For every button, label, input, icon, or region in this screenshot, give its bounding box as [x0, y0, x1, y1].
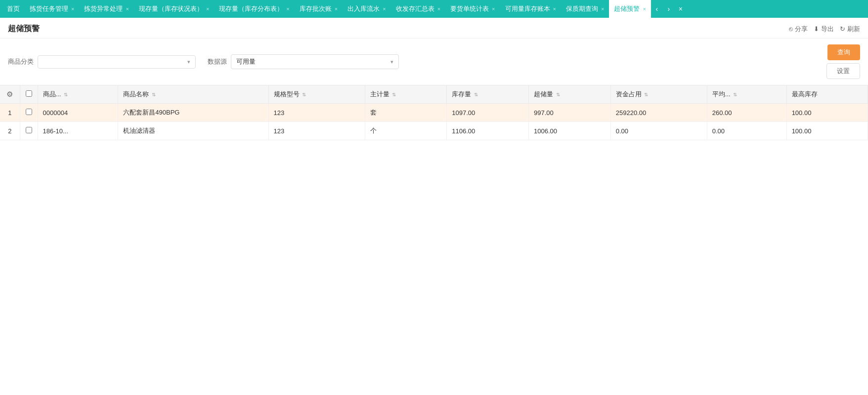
- row-stock: 1097.00: [447, 104, 529, 122]
- close-icon[interactable]: ×: [492, 6, 495, 12]
- nav-item-demand[interactable]: 要货单统计表 ×: [445, 0, 500, 18]
- refresh-icon: ↻: [840, 25, 845, 33]
- close-icon[interactable]: ×: [286, 6, 289, 12]
- th-avg-label: 平均...: [712, 90, 731, 98]
- datasource-select-value: 可用量: [236, 57, 256, 66]
- table-body: 1 0000004 六配套新昌490BPG 123 套 1097.00 997.…: [0, 104, 868, 140]
- th-over[interactable]: 超储量 ⇅: [529, 85, 611, 104]
- page-title: 超储预警: [8, 24, 40, 34]
- nav-item-overstock[interactable]: 超储预警 ×: [609, 0, 651, 18]
- sort-icon: ⇅: [644, 92, 648, 97]
- nav-item-home[interactable]: 首页: [2, 0, 25, 18]
- share-button[interactable]: ⎋ 分享: [789, 25, 808, 34]
- th-name[interactable]: 商品名称 ⇅: [118, 85, 268, 104]
- set-button[interactable]: 设置: [826, 63, 860, 79]
- th-stock-label: 库存量: [452, 90, 471, 98]
- th-unit[interactable]: 主计量 ⇅: [365, 85, 447, 104]
- datasource-select[interactable]: 可用量 ▾: [231, 54, 399, 69]
- row-checkbox-cell: [20, 122, 38, 140]
- nav-item-inventory-dist[interactable]: 现存量（库存分布表） ×: [214, 0, 294, 18]
- row-name: 六配套新昌490BPG: [118, 104, 268, 122]
- row-spec: 123: [268, 104, 365, 122]
- commodity-select[interactable]: ▾: [38, 55, 196, 69]
- row-over: 1006.00: [529, 122, 611, 140]
- datasource-label: 数据源: [208, 57, 227, 66]
- nav-item-available[interactable]: 可用量库存账本 ×: [500, 0, 561, 18]
- th-avg[interactable]: 平均... ⇅: [707, 85, 786, 104]
- close-icon[interactable]: ×: [601, 6, 604, 12]
- th-code[interactable]: 商品... ⇅: [38, 85, 118, 104]
- row-num: 2: [0, 122, 20, 140]
- th-capital-label: 资金占用: [616, 90, 642, 98]
- close-icon[interactable]: ×: [206, 6, 209, 12]
- chevron-down-icon: ▾: [391, 59, 393, 65]
- th-spec[interactable]: 规格型号 ⇅: [268, 85, 365, 104]
- row-code: 0000004: [38, 104, 118, 122]
- table-row: 1 0000004 六配套新昌490BPG 123 套 1097.00 997.…: [0, 104, 868, 122]
- sort-icon: ⇅: [302, 92, 306, 97]
- row-checkbox-cell: [20, 104, 38, 122]
- row-code: 186-10...: [38, 122, 118, 140]
- sort-icon: ⇅: [392, 92, 396, 97]
- filter-area: 商品分类 ▾ 数据源 可用量 ▾ 查询 设置: [0, 39, 868, 85]
- close-icon[interactable]: ×: [553, 6, 556, 12]
- row-checkbox[interactable]: [26, 127, 32, 133]
- th-maxstock[interactable]: 最高库存: [786, 85, 868, 104]
- nav-item-task[interactable]: 拣货任务管理 ×: [25, 0, 79, 18]
- row-avg: 0.00: [707, 122, 786, 140]
- th-over-label: 超储量: [534, 90, 553, 98]
- sort-icon: ⇅: [474, 92, 478, 97]
- sort-icon: ⇅: [152, 92, 156, 97]
- row-unit: 套: [365, 104, 447, 122]
- nav-item-batch[interactable]: 库存批次账 ×: [295, 0, 343, 18]
- export-button[interactable]: ⬇ 导出: [814, 25, 834, 34]
- share-icon: ⎋: [789, 25, 793, 33]
- close-icon[interactable]: ×: [383, 6, 386, 12]
- data-table: ⚙ 商品... ⇅ 商品名称 ⇅ 规格型号 ⇅: [0, 85, 868, 140]
- th-unit-label: 主计量: [370, 90, 390, 98]
- nav-item-flow[interactable]: 出入库流水 ×: [343, 0, 391, 18]
- row-avg: 260.00: [707, 104, 786, 122]
- commodity-filter: 商品分类 ▾: [8, 55, 196, 69]
- row-name: 机油滤清器: [118, 122, 268, 140]
- nav-item-exception[interactable]: 拣货异常处理 ×: [79, 0, 133, 18]
- row-checkbox[interactable]: [26, 109, 32, 115]
- export-icon: ⬇: [814, 25, 819, 33]
- sort-icon: ⇅: [64, 92, 68, 97]
- table-header-row: ⚙ 商品... ⇅ 商品名称 ⇅ 规格型号 ⇅: [0, 85, 868, 104]
- nav-prev-arrow[interactable]: ‹: [651, 0, 663, 18]
- top-navigation: 首页 拣货任务管理 × 拣货异常处理 × 现存量（库存状况表） × 现存量（库存…: [0, 0, 868, 18]
- th-checkbox: [20, 85, 38, 104]
- th-gear: ⚙: [0, 85, 20, 104]
- row-capital: 0.00: [610, 122, 707, 140]
- nav-item-inventory-status[interactable]: 现存量（库存状况表） ×: [134, 0, 214, 18]
- commodity-label: 商品分类: [8, 57, 34, 66]
- sort-icon: ⇅: [733, 92, 737, 97]
- close-icon[interactable]: ×: [643, 6, 646, 12]
- close-icon[interactable]: ×: [437, 6, 440, 12]
- header-actions: ⎋ 分享 ⬇ 导出 ↻ 刷新: [789, 25, 860, 34]
- th-stock[interactable]: 库存量 ⇅: [447, 85, 529, 104]
- sort-icon: ⇅: [556, 92, 560, 97]
- gear-icon[interactable]: ⚙: [6, 90, 13, 98]
- select-all-checkbox[interactable]: [26, 90, 32, 97]
- commodity-select-value: [43, 58, 45, 66]
- query-button[interactable]: 查询: [827, 44, 860, 60]
- close-icon[interactable]: ×: [335, 6, 338, 12]
- row-unit: 个: [365, 122, 447, 140]
- nav-item-summary[interactable]: 收发存汇总表 ×: [391, 0, 445, 18]
- th-spec-label: 规格型号: [274, 90, 300, 98]
- row-maxstock: 100.00: [786, 104, 868, 122]
- close-icon[interactable]: ×: [71, 6, 74, 12]
- th-name-label: 商品名称: [123, 90, 149, 98]
- close-icon[interactable]: ×: [126, 6, 129, 12]
- nav-item-expiry[interactable]: 保质期查询 ×: [561, 0, 609, 18]
- row-num: 1: [0, 104, 20, 122]
- filter-buttons: 查询 设置: [826, 44, 860, 79]
- row-spec: 123: [268, 122, 365, 140]
- nav-more-arrow[interactable]: ×: [675, 0, 687, 18]
- table-container: ⚙ 商品... ⇅ 商品名称 ⇅ 规格型号 ⇅: [0, 85, 868, 140]
- nav-next-arrow[interactable]: ›: [663, 0, 675, 18]
- th-capital[interactable]: 资金占用 ⇅: [610, 85, 707, 104]
- refresh-button[interactable]: ↻ 刷新: [840, 25, 860, 34]
